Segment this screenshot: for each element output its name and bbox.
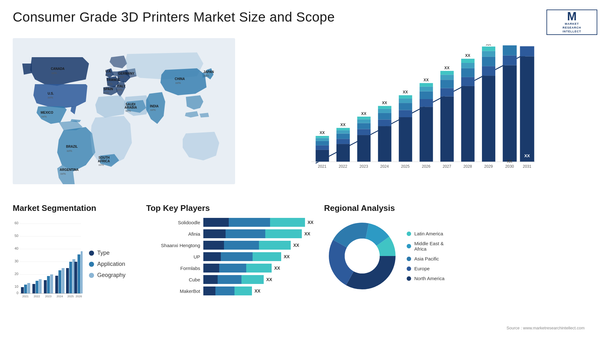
seg-bar-2021-geo [27,283,30,293]
year-label-2029: 2029 [484,164,493,169]
bar-2029-seg3 [482,57,495,66]
regional-label-asiapacific: Asia Pacific [414,256,439,261]
bar-2021-seg3 [315,141,329,145]
bar-2025-seg4 [399,98,412,103]
y-label-30: 30 [15,259,18,263]
map-value-canada: xx% [51,71,57,75]
bar-2021-seg4 [315,138,329,141]
map-value-uk: xx% [105,73,111,77]
bar-label-2029: XX [486,44,491,46]
bar-2027-seg3 [440,80,454,88]
player-row-up: UP XX [146,252,311,261]
player-bar-area-solidoodle: XX [203,218,314,227]
player-bar-cube [203,275,264,284]
bar-label-2031: XX [524,153,530,158]
regional-legend-latinamerica: Latin America [407,231,444,236]
y-label-60: 60 [15,221,18,225]
bar-2024-seg2 [378,120,391,126]
map-label-us: U.S. [48,92,54,95]
player-name-formlabs: Formlabs [146,266,200,271]
seg-xlabel-2024: 2024 [57,295,63,298]
player-xx-afinia: XX [304,231,310,236]
bar-2026-seg4 [420,87,433,91]
legend-label-application: Application [97,261,125,267]
source-text: Source : www.marketresearchintellect.com [13,326,597,330]
player-bar-afinia [203,229,302,238]
map-label-japan: JAPAN [203,70,214,74]
legend-dot-geography [89,273,94,278]
seg-xlabel-2026: 2026 [76,295,82,298]
bar-2022-seg1 [336,144,350,162]
player-xx-solidoodle: XX [308,220,314,225]
bar-label-2027: XX [444,66,450,70]
bar-2024-seg5 [378,106,391,109]
bar-2021-seg5 [315,136,329,138]
seg-bar-2021-type [21,287,24,293]
bar-2025-seg2 [399,110,412,117]
player-row-cube: Cube XX [146,275,311,284]
map-label-germany: GERMANY [118,72,134,75]
bar-2023-seg5 [357,117,370,119]
seg-bar-2026-app [78,254,80,293]
map-value-france: xx% [107,82,112,85]
bar-2023-seg1 [357,135,370,162]
regional-dot-europe [407,266,411,271]
bar-2027-seg5 [440,71,454,75]
player-bar-afinia-seg3 [265,229,302,238]
players-list: Solidoodle XX Afinia [146,218,311,295]
map-label-argentina: ARGENTINA [60,168,78,172]
player-bar-area-makerbot: XX [203,286,261,295]
year-label-2024: 2024 [380,164,389,169]
bottom-section: Market Segmentation 60 50 40 30 20 10 0 [13,203,597,324]
bar-2025-seg5 [399,95,412,98]
seg-xlabel-2022: 2022 [34,295,40,298]
world-map-container: CANADA xx% U.S. xx% MEXICO xx% BRAZIL xx… [13,38,235,197]
bar-2023-seg3 [357,123,370,129]
bar-2028-seg3 [461,68,475,77]
bar-2026-seg5 [420,83,433,87]
regional-label-europe: Europe [414,266,430,271]
bar-label-2026: XX [424,78,429,82]
map-label-india: INDIA [150,104,159,108]
regional-label-latinamerica: Latin America [414,231,443,236]
seg-bar-2025-app [69,262,72,293]
year-label-2026: 2026 [422,164,430,169]
player-bar-makerbot-seg1 [203,286,215,295]
bar-2026-seg3 [420,91,433,99]
player-bar-formlabs-seg3 [246,264,272,273]
seg-bar-2024-type [55,276,58,293]
map-value-southafrica: xx% [98,163,104,166]
player-bar-shaanxi-seg1 [203,241,224,250]
map-value-argentina: xx% [60,172,66,175]
regional-legend: Latin America Middle East &Africa Asia P… [407,231,444,281]
regional-dot-northamerica [407,276,411,281]
regional-legend-europe: Europe [407,266,444,271]
legend-dot-type [89,251,94,256]
map-value-spain: xx% [104,91,109,94]
player-name-cube: Cube [146,277,200,282]
segmentation-chart-area: 60 50 40 30 20 10 0 [13,218,133,300]
bar-2029-seg4 [482,51,495,57]
player-bar-makerbot-seg3 [234,286,252,295]
logo-text: MARKETRESEARCHINTELLECT [563,22,581,33]
year-label-2021: 2021 [318,164,327,169]
map-label-southafrica2: AFRICA [98,159,110,163]
player-row-afinia: Afinia XX [146,229,311,238]
player-row-solidoodle: Solidoodle XX [146,218,311,227]
regional-dot-latinamerica [407,232,411,236]
y-label-50: 50 [15,234,18,238]
bar-2021-seg2 [315,145,329,150]
regional-legend-middleeast: Middle East &Africa [407,241,444,252]
bar-label-2028: XX [465,53,470,58]
regional-section: Regional Analysis [324,203,597,324]
player-bar-area-shaanxi: XX [203,241,299,250]
player-bar-makerbot-seg2 [215,286,234,295]
player-name-makerbot: MakerBot [146,288,200,294]
player-xx-shaanxi: XX [293,243,299,248]
player-bar-area-formlabs: XX [203,264,280,273]
player-name-up: UP [146,254,200,260]
bar-2028-seg2 [461,77,475,86]
map-label-france: FRANCE [107,78,120,82]
player-bar-cube-seg1 [203,275,218,284]
bar-2030-seg1 [503,65,517,162]
